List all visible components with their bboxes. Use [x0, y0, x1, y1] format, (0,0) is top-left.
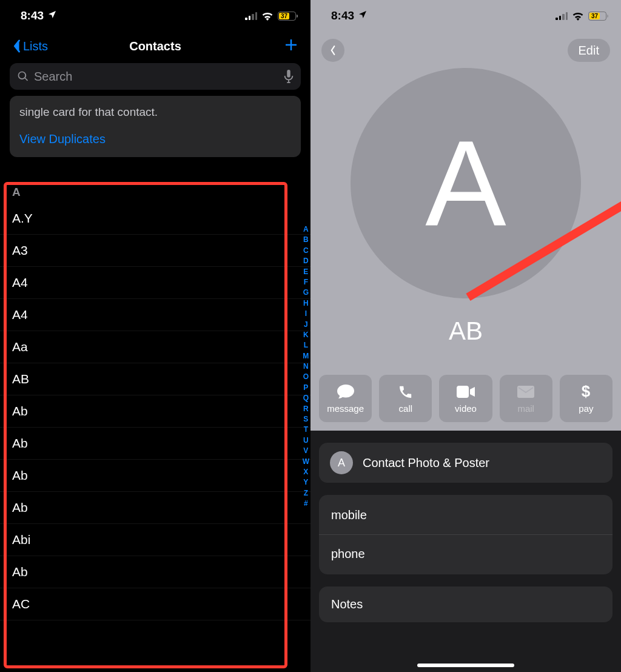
contact-detail-screen: 8:43 37 Edit A [310, 0, 621, 672]
contacts-list-screen: 8:43 37 Lists Contacts Se [0, 0, 310, 672]
index-letter[interactable]: M [303, 351, 309, 361]
wifi-icon [261, 12, 274, 21]
dictate-icon[interactable] [284, 70, 294, 83]
alpha-index[interactable]: ABCDEFGHIJKLMNOPQRSTUVWXYZ# [303, 224, 309, 509]
contact-hero: 8:43 37 Edit A [310, 0, 621, 431]
duplicates-card: single card for that contact. View Dupli… [10, 96, 301, 157]
back-label: Lists [23, 39, 48, 53]
duplicates-text: single card for that contact. [19, 104, 291, 120]
mobile-field[interactable]: mobile [331, 506, 600, 525]
view-duplicates-link[interactable]: View Duplicates [19, 131, 291, 147]
search-placeholder: Search [34, 70, 279, 84]
detail-cards: A Contact Photo & Poster mobile phone No… [310, 431, 621, 634]
phone-field[interactable]: phone [331, 545, 600, 563]
index-letter[interactable]: E [303, 267, 309, 277]
phone-fields-card: mobile phone [319, 495, 613, 574]
index-letter[interactable]: J [303, 320, 309, 330]
index-letter[interactable]: Q [303, 393, 309, 403]
status-bar: 8:43 37 [0, 0, 310, 32]
index-letter[interactable]: T [303, 425, 309, 435]
status-time: 8:43 [331, 9, 354, 22]
video-button[interactable]: video [439, 375, 492, 422]
search-input[interactable]: Search [10, 63, 301, 90]
battery-icon: 37 [588, 12, 606, 21]
index-letter[interactable]: F [303, 277, 309, 287]
notes-label: Notes [331, 597, 600, 611]
index-letter[interactable]: I [303, 309, 309, 319]
add-contact-button[interactable] [284, 38, 298, 55]
mail-icon [517, 383, 534, 400]
nav-bar: Lists Contacts [0, 32, 310, 61]
index-letter[interactable]: N [303, 361, 309, 372]
message-icon [337, 383, 355, 400]
contact-avatar[interactable]: A [351, 68, 581, 298]
index-letter[interactable]: G [303, 287, 309, 298]
location-icon [47, 9, 57, 22]
avatar-letter: A [425, 123, 506, 244]
message-button[interactable]: message [319, 375, 372, 422]
home-indicator[interactable] [417, 664, 514, 667]
back-button[interactable] [321, 39, 344, 62]
action-row: message call video mail $ pay [319, 375, 613, 422]
cell-signal-icon [556, 12, 568, 20]
poster-label: Contact Photo & Poster [363, 456, 489, 470]
pay-button[interactable]: $ pay [560, 375, 613, 422]
mail-button: mail [500, 375, 552, 422]
edit-button[interactable]: Edit [568, 39, 610, 62]
index-letter[interactable]: D [303, 256, 309, 266]
phone-icon [398, 383, 413, 400]
index-letter[interactable]: S [303, 414, 309, 425]
status-time: 8:43 [21, 9, 44, 22]
index-letter[interactable]: L [303, 340, 309, 351]
index-letter[interactable]: Y [303, 477, 309, 488]
index-letter[interactable]: R [303, 404, 309, 414]
index-letter[interactable]: K [303, 330, 309, 340]
index-letter[interactable]: X [303, 467, 309, 477]
battery-icon: 37 [278, 12, 296, 21]
contact-name: AB [449, 317, 483, 346]
index-letter[interactable]: B [303, 235, 309, 245]
dollar-icon: $ [581, 383, 591, 400]
index-letter[interactable]: # [303, 499, 309, 509]
cell-signal-icon [245, 12, 257, 20]
wifi-icon [572, 12, 584, 21]
search-icon [17, 70, 29, 82]
svg-rect-2 [457, 386, 469, 398]
index-letter[interactable]: A [303, 224, 309, 235]
location-icon [358, 9, 368, 22]
annotation-highlight-box [4, 182, 287, 668]
index-letter[interactable]: Z [303, 488, 309, 499]
index-letter[interactable]: H [303, 298, 309, 309]
index-letter[interactable]: W [303, 457, 309, 467]
mini-avatar: A [330, 451, 353, 474]
index-letter[interactable]: U [303, 435, 309, 446]
index-letter[interactable]: C [303, 246, 309, 256]
back-button[interactable]: Lists [12, 39, 48, 53]
index-letter[interactable]: O [303, 372, 309, 382]
contact-photo-poster-row[interactable]: A Contact Photo & Poster [319, 443, 613, 483]
status-bar: 8:43 37 [310, 0, 621, 32]
notes-card[interactable]: Notes [319, 586, 613, 622]
svg-text:$: $ [582, 383, 591, 400]
index-letter[interactable]: V [303, 446, 309, 456]
video-icon [457, 383, 475, 400]
call-button[interactable]: call [379, 375, 432, 422]
index-letter[interactable]: P [303, 383, 309, 393]
